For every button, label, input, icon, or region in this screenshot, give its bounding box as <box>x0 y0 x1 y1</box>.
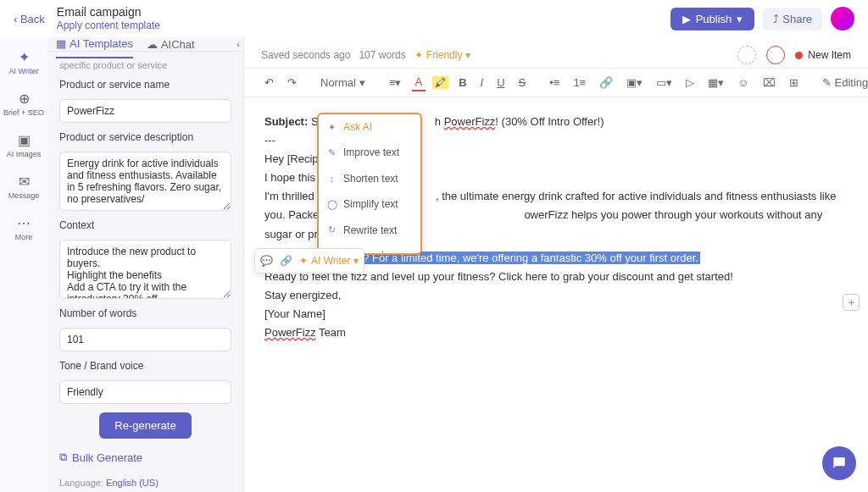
main-area: Saved seconds ago 107 words ✦ Friendly ▾… <box>244 37 868 492</box>
product-name-label: Product or service name <box>59 79 231 91</box>
tone-label: Tone / Brand voice <box>59 360 231 372</box>
strike-button[interactable]: S <box>515 75 530 91</box>
bolt-icon: ✦ <box>19 49 30 65</box>
image-icon: ▣ <box>18 132 31 148</box>
undo-button[interactable]: ↶ <box>261 75 277 91</box>
number-list-button[interactable]: 1≡ <box>570 75 589 91</box>
mode-select[interactable]: ✎ Editing ▾ <box>819 75 869 91</box>
image-button[interactable]: ▣▾ <box>623 75 646 91</box>
pencil-icon: ✎ <box>326 145 337 161</box>
dashed-circle-icon[interactable] <box>737 46 756 64</box>
subject-label: Subject: <box>264 115 308 128</box>
red-dot-icon <box>795 52 803 59</box>
italic-button[interactable]: I <box>477 75 487 91</box>
floating-comment-icon[interactable]: 💬 <box>260 252 273 269</box>
share-button[interactable]: ⤴ Share <box>763 8 822 30</box>
link-button[interactable]: 🔗 <box>596 75 616 91</box>
sparkle-icon: ✦ <box>326 119 337 135</box>
ai-menu-shorten[interactable]: ↕Shorten text <box>319 166 420 191</box>
rail-ai-images[interactable]: ▣AI Images <box>5 127 43 163</box>
topbar: ‹ Back Email campaign Apply content temp… <box>0 0 868 37</box>
page-title: Email campaign <box>57 5 160 19</box>
refresh-icon: ↻ <box>326 222 337 238</box>
add-block-button[interactable]: ＋ <box>843 294 860 311</box>
regenerate-button[interactable]: Re-generate <box>99 412 191 439</box>
language-text: Language: English (US) <box>59 478 231 488</box>
solid-circle-icon[interactable] <box>766 46 785 64</box>
words-input[interactable] <box>59 328 231 351</box>
rail-brief-seo[interactable]: ⊕Brief + SEO <box>2 86 46 122</box>
saved-status: Saved seconds ago <box>261 49 350 61</box>
embed-button[interactable]: ▭▾ <box>653 75 676 91</box>
rail-more[interactable]: ⋯More <box>14 210 35 246</box>
ai-menu-improve[interactable]: ✎Improve text <box>319 140 420 165</box>
clear-format-button[interactable]: ⌧ <box>760 75 779 91</box>
bullet-list-button[interactable]: •≡ <box>546 75 563 91</box>
circle-icon: ◯ <box>326 196 337 213</box>
floating-link-icon[interactable]: 🔗 <box>280 252 292 269</box>
context-label: Context <box>59 219 231 231</box>
collapse-sidebar-button[interactable]: ‹ <box>236 39 240 49</box>
compress-icon: ↕ <box>326 171 337 187</box>
video-button[interactable]: ▷ <box>682 75 698 91</box>
paragraph-style-select[interactable]: Normal ▾ <box>317 75 369 91</box>
helper-text: specific product or service <box>59 60 231 70</box>
brand-name: PowerFizz <box>444 115 496 128</box>
editor-toolbar: ↶ ↷ Normal ▾ ≡▾ A 🖍 B I U S •≡ 1≡ 🔗 ▣▾ ▭… <box>244 68 868 97</box>
tab-ai-chat[interactable]: ☁ AIChat <box>147 38 195 51</box>
words-label: Number of words <box>59 307 231 319</box>
tab-ai-templates[interactable]: ▦ AI Templates <box>56 37 133 58</box>
underline-button[interactable]: U <box>493 75 508 91</box>
rail-ai-writer[interactable]: ✦AI Writer <box>8 44 41 80</box>
ai-menu-ask[interactable]: ✦Ask AI <box>319 114 420 140</box>
align-button[interactable]: ≡▾ <box>386 75 405 91</box>
tone-select[interactable]: Friendly <box>59 380 231 404</box>
message-icon: ✉ <box>19 174 30 190</box>
ai-writer-menu: ✦Ask AI ✎Improve text ↕Shorten text ◯Sim… <box>317 113 422 255</box>
avatar[interactable] <box>831 7 854 30</box>
left-rail: ✦AI Writer ⊕Brief + SEO ▣AI Images ✉Mess… <box>0 37 47 492</box>
highlight-button[interactable]: 🖍 <box>432 76 448 89</box>
publish-button[interactable]: ▶ Publish ▾ <box>670 8 755 30</box>
product-name-input[interactable] <box>59 99 231 123</box>
intercom-launcher[interactable] <box>822 446 856 480</box>
ai-menu-rewrite[interactable]: ↻Rewrite text <box>319 218 420 243</box>
target-icon: ⊕ <box>19 91 30 107</box>
more-icon: ⋯ <box>17 215 31 231</box>
comment-button[interactable]: ⊞ <box>786 75 802 91</box>
word-count: 107 words <box>359 49 405 61</box>
back-button[interactable]: ‹ Back <box>14 13 45 25</box>
context-input[interactable]: Introduce the new product to buyers. Hig… <box>59 240 231 299</box>
ai-menu-simplify[interactable]: ◯Simplify text <box>319 191 420 217</box>
table-button[interactable]: ▦▾ <box>704 75 727 91</box>
product-desc-label: Product or service description <box>59 131 231 143</box>
bulk-generate-link[interactable]: ⧉ Bulk Generate <box>59 451 231 464</box>
bold-button[interactable]: B <box>455 75 470 91</box>
chevron-down-icon: ▾ <box>737 13 743 25</box>
tone-chip[interactable]: ✦ Friendly ▾ <box>415 49 471 61</box>
product-desc-input[interactable]: Energy drink for active individuals and … <box>59 152 231 211</box>
new-item-button[interactable]: New Item <box>795 49 851 61</box>
apply-template-link[interactable]: Apply content template <box>57 19 160 31</box>
text-color-button[interactable]: A <box>412 74 426 91</box>
language-link[interactable]: English (US) <box>106 478 159 488</box>
redo-button[interactable]: ↷ <box>284 75 300 91</box>
floating-ai-writer-button[interactable]: ✦ AI Writer ▾ <box>299 252 359 269</box>
emoji-button[interactable]: ☺ <box>734 75 752 91</box>
sidebar: ▦ AI Templates ☁ AIChat ‹ specific produ… <box>47 37 244 492</box>
rail-message[interactable]: ✉Message <box>7 169 42 205</box>
floating-toolbar: 💬 🔗 ✦ AI Writer ▾ <box>254 248 364 274</box>
editor-content[interactable]: Subject: Suh PowerFizz! (30% Off Intro O… <box>244 97 868 492</box>
